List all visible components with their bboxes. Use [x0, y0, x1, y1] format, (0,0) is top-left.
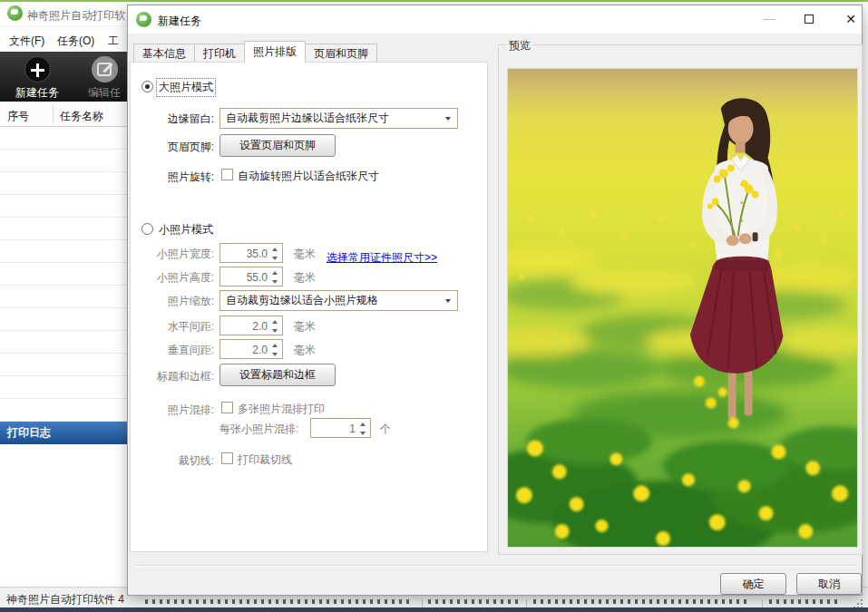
scale-select[interactable]: 自动裁剪边缘以适合小照片规格 [219, 290, 458, 311]
scale-label: 照片缩放: [138, 294, 214, 309]
column-separator [53, 105, 54, 123]
margin-select[interactable]: 自动裁剪照片边缘以适合纸张尺寸 [219, 108, 458, 129]
preview-groupbox: 预览 [498, 44, 863, 555]
small-height-spinner[interactable]: 55.0 [219, 267, 283, 287]
chevron-down-icon [445, 299, 451, 303]
dialog-title: 新建任务 [158, 14, 201, 29]
tab-header-footer[interactable]: 页眉和页脚 [305, 44, 377, 63]
print-log-area [0, 444, 127, 587]
small-width-spinner[interactable]: 35.0 [219, 243, 283, 263]
app-logo-icon [7, 5, 23, 21]
menu-tools[interactable]: 工 [108, 34, 119, 49]
cancel-button[interactable]: 取消 [796, 573, 862, 595]
dialog-app-icon [136, 12, 151, 27]
spin-down-icon[interactable] [272, 257, 278, 260]
close-button[interactable]: ✕ [832, 5, 868, 33]
menu-task[interactable]: 任务(O) [57, 34, 94, 49]
small-width-value: 35.0 [247, 248, 268, 260]
new-task-label: 新建任务 [5, 85, 69, 101]
spin-up-icon[interactable] [272, 248, 278, 251]
hspace-unit: 毫米 [294, 319, 316, 335]
cutline-checkbox-label[interactable]: 打印裁切线 [238, 452, 292, 468]
set-title-border-button[interactable]: 设置标题和边框 [219, 364, 336, 386]
footer-separator [135, 565, 856, 567]
spin-up-icon[interactable] [272, 320, 278, 324]
mix-label: 照片混排: [138, 403, 214, 418]
status-app-version: 神奇照片自动打印软件 4 [6, 592, 127, 607]
table-row [0, 286, 127, 308]
clipped-status-text [769, 599, 837, 604]
tab-basic-info[interactable]: 基本信息 [133, 44, 195, 63]
mix-checkbox-label[interactable]: 多张照片混排打印 [238, 402, 325, 417]
vspace-spinner[interactable]: 2.0 [219, 339, 283, 359]
table-row [0, 127, 127, 150]
hspace-value: 2.0 [252, 320, 268, 333]
photo-layout-panel: 大照片模式 边缘留白: 自动裁剪照片边缘以适合纸张尺寸 页眉页脚: 设置页眉和页… [130, 62, 488, 552]
column-index: 序号 [7, 109, 29, 124]
new-task-dialog: 新建任务 — ✕ 基本信息 打印机 照片排版 页眉和页脚 大照片模式 边缘留白:… [127, 5, 863, 596]
cutline-checkbox[interactable] [221, 452, 233, 464]
small-mode-radio[interactable] [141, 223, 153, 235]
rotate-checkbox[interactable] [221, 169, 233, 180]
status-separator [762, 599, 763, 607]
mix-per-label: 每张小照片混排: [219, 422, 298, 437]
tab-photo-layout[interactable]: 照片排版 [244, 41, 306, 63]
spin-down-icon[interactable] [272, 280, 278, 284]
margin-label: 边缘留白: [138, 112, 214, 127]
spin-down-icon[interactable] [360, 432, 366, 435]
tab-printer[interactable]: 打印机 [194, 44, 245, 63]
minimize-button[interactable]: — [750, 5, 788, 33]
print-log-header: 打印日志 [0, 422, 127, 444]
chevron-down-icon [445, 117, 451, 121]
small-width-label: 小照片宽度: [138, 247, 214, 262]
menubar: 文件(F) 任务(O) 工 [0, 27, 127, 52]
task-table-body [0, 127, 127, 422]
table-row [0, 150, 127, 172]
mix-per-spinner[interactable]: 1 [310, 418, 371, 438]
vspace-label: 垂直间距: [138, 343, 214, 358]
spin-up-icon[interactable] [272, 271, 278, 275]
maximize-button[interactable] [790, 5, 828, 33]
spin-down-icon[interactable] [272, 329, 278, 333]
table-row [0, 331, 127, 354]
cutline-label: 裁切线: [138, 453, 214, 469]
dialog-titlebar: 新建任务 — ✕ [128, 5, 862, 34]
table-row [0, 240, 127, 263]
id-photo-size-link[interactable]: 选择常用证件照尺寸>> [327, 250, 437, 266]
small-mode-label[interactable]: 小照片模式 [159, 222, 213, 238]
spin-up-icon[interactable] [360, 423, 366, 426]
table-row [0, 308, 127, 331]
table-row [0, 172, 127, 195]
tabbar: 基本信息 打印机 照片排版 页眉和页脚 [133, 42, 376, 63]
ok-button[interactable]: 确定 [720, 573, 786, 595]
vspace-value: 2.0 [252, 344, 268, 356]
vspace-unit: 毫米 [294, 343, 316, 358]
large-mode-radio[interactable] [141, 81, 153, 92]
maximize-icon [805, 15, 814, 24]
task-table-header: 序号 任务名称 [0, 102, 127, 127]
large-mode-label[interactable]: 大照片模式 [157, 79, 215, 96]
plus-icon [24, 56, 51, 83]
status-separator [526, 599, 527, 607]
hspace-spinner[interactable]: 2.0 [219, 316, 283, 335]
mix-checkbox[interactable] [221, 402, 233, 413]
small-height-label: 小照片高度: [138, 270, 214, 286]
mix-per-unit: 个 [380, 422, 391, 437]
menu-file[interactable]: 文件(F) [9, 34, 44, 49]
preview-photo [507, 68, 858, 548]
scale-select-value: 自动裁剪边缘以适合小照片规格 [226, 294, 378, 306]
clipped-status-text [428, 599, 519, 604]
small-height-unit: 毫米 [294, 270, 316, 286]
task-table: 序号 任务名称 [0, 102, 127, 422]
small-width-unit: 毫米 [294, 247, 316, 262]
set-header-footer-button[interactable]: 设置页眉和页脚 [219, 134, 336, 157]
margin-select-value: 自动裁剪照片边缘以适合纸张尺寸 [226, 112, 389, 124]
toolbar: 新建任务 编辑任 [0, 52, 127, 102]
spin-up-icon[interactable] [272, 344, 278, 347]
table-row [0, 399, 127, 422]
new-task-button[interactable]: 新建任务 [5, 56, 69, 101]
rotate-checkbox-label[interactable]: 自动旋转照片以适合纸张尺寸 [238, 169, 379, 184]
spin-down-icon[interactable] [272, 353, 278, 356]
edit-icon [92, 56, 118, 83]
small-height-value: 55.0 [247, 271, 268, 284]
